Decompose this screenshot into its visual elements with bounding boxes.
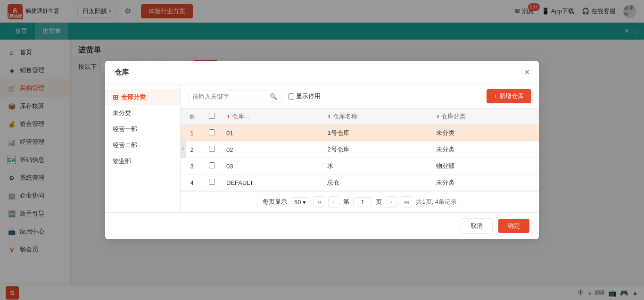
row-name-2: 2号仓库: [322, 142, 430, 158]
table-area: 🔍 显示停用 + 新增仓库 ⚙: [181, 84, 539, 212]
row-code-2: 02: [221, 142, 322, 158]
modal-body: ⊞ 全部分类 未分类 经营一部 经营二部 物业部 «: [105, 84, 539, 212]
row-code-1: 01: [221, 125, 322, 142]
tree-item-dept2[interactable]: 经营二部: [105, 137, 180, 153]
table-toolbar: 🔍 显示停用 + 新增仓库: [181, 84, 539, 108]
table-row[interactable]: 4 DEFAULT 总仓 未分类: [181, 175, 539, 191]
search-icon[interactable]: 🔍: [270, 93, 277, 100]
row-num-3: 3: [181, 158, 203, 175]
modal-header: 仓库 ×: [105, 61, 539, 84]
row-category-4: 未分类: [430, 175, 539, 191]
grid-icon: ⊞: [113, 93, 118, 101]
pagination: 每页显示 50 ▾ ⏮ ‹ 第 页 › ⏭ 共1页, 4条记录: [181, 191, 539, 212]
table-row[interactable]: 1 01 1号仓库 未分类: [181, 125, 539, 142]
tree-item-none[interactable]: 未分类: [105, 105, 180, 121]
row-category-1: 未分类: [430, 125, 539, 142]
th-checkbox: [203, 108, 221, 125]
first-page-button[interactable]: ⏮: [313, 196, 324, 208]
row-checkbox-2[interactable]: [203, 142, 221, 158]
confirm-button[interactable]: 确定: [498, 219, 529, 233]
row-name-3: 水: [322, 158, 430, 175]
modal-title: 仓库: [115, 68, 129, 77]
search-input[interactable]: [192, 93, 268, 100]
show-disabled-checkbox[interactable]: [288, 93, 294, 100]
row-num-4: 4: [181, 175, 203, 191]
prev-page-button[interactable]: ‹: [328, 196, 339, 208]
row-checkbox-3[interactable]: [203, 158, 221, 175]
tree-item-all[interactable]: ⊞ 全部分类: [105, 89, 180, 105]
th-code: ⬆ 仓库...: [221, 108, 322, 125]
sort-icon-cat: ⬆: [436, 114, 440, 119]
tree-collapse-button[interactable]: «: [180, 139, 186, 158]
row-name-1: 1号仓库: [322, 125, 430, 142]
sort-icon-name: ⬆: [327, 114, 331, 119]
row-category-2: 未分类: [430, 142, 539, 158]
add-warehouse-button[interactable]: + 新增仓库: [487, 89, 531, 103]
modal-overlay: 仓库 × ⊞ 全部分类 未分类 经营一部 经营二部: [0, 0, 644, 300]
search-box: 🔍: [188, 91, 282, 102]
cancel-button[interactable]: 取消: [461, 218, 493, 233]
warehouse-modal: 仓库 × ⊞ 全部分类 未分类 经营一部 经营二部: [105, 61, 539, 239]
show-disabled-label[interactable]: 显示停用: [288, 92, 321, 100]
row-checkbox-1[interactable]: [203, 125, 221, 142]
table-container: ⚙ ⬆ 仓库... ⬆: [181, 108, 539, 191]
row-category-3: 物业部: [430, 158, 539, 175]
row-code-3: 03: [221, 158, 322, 175]
chevron-down-icon: ▾: [303, 199, 306, 206]
warehouse-table: ⚙ ⬆ 仓库... ⬆: [181, 108, 539, 191]
page-number-input[interactable]: [353, 197, 372, 207]
table-row[interactable]: 3 03 水 物业部: [181, 158, 539, 175]
th-category: ⬆ 仓库分类: [430, 108, 539, 125]
next-page-button[interactable]: ›: [386, 196, 397, 208]
row-name-4: 总仓: [322, 175, 430, 191]
th-settings: ⚙: [181, 108, 203, 125]
tree-item-property[interactable]: 物业部: [105, 153, 180, 169]
table-header: ⚙ ⬆ 仓库... ⬆: [181, 108, 539, 125]
per-page-select[interactable]: 50 ▾: [291, 197, 309, 207]
category-tree: ⊞ 全部分类 未分类 经营一部 经营二部 物业部 «: [105, 84, 181, 212]
sort-icon-code: ⬆: [226, 114, 230, 119]
modal-footer: 取消 确定: [105, 212, 539, 239]
th-name: ⬆ 仓库名称: [322, 108, 430, 125]
last-page-button[interactable]: ⏭: [401, 196, 412, 208]
row-checkbox-4[interactable]: [203, 175, 221, 191]
select-all-checkbox[interactable]: [209, 113, 215, 119]
table-row[interactable]: 2 02 2号仓库 未分类: [181, 142, 539, 158]
modal-close-button[interactable]: ×: [524, 67, 529, 77]
table-body: 1 01 1号仓库 未分类 2 02 2号仓库: [181, 125, 539, 191]
tree-item-dept1[interactable]: 经营一部: [105, 121, 180, 137]
row-code-4: DEFAULT: [221, 175, 322, 191]
settings-col-icon: ⚙: [189, 113, 195, 120]
